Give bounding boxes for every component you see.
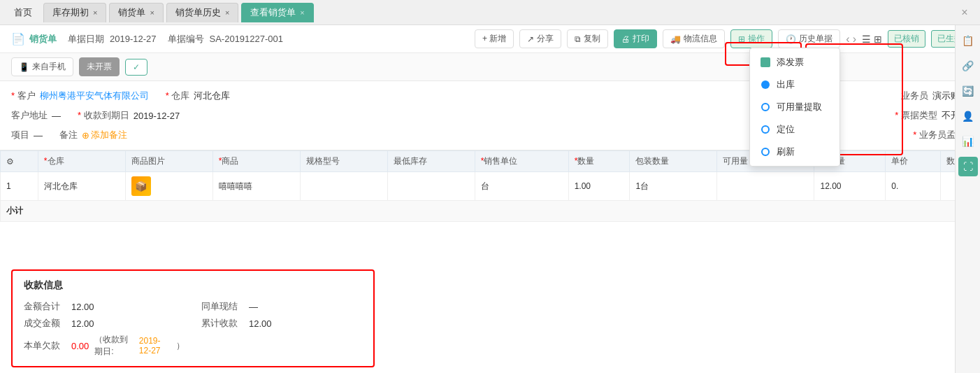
summary-same-settle-row: 同单现结 — <box>201 300 362 313</box>
logistics-button[interactable]: 🚚 物流信息 <box>663 29 725 48</box>
nav-prev-button[interactable]: ‹ <box>846 33 849 45</box>
dropdown-locate-label: 定位 <box>777 123 795 136</box>
tab-view-sales-close[interactable]: × <box>300 8 304 17</box>
print-label: 打印 <box>633 33 649 45</box>
copy-label: 复制 <box>584 33 600 45</box>
window-close-button[interactable]: × <box>955 3 974 22</box>
doc-date-label: 单据日期 2019-12-27 <box>68 33 157 45</box>
view-grid-button[interactable]: ⊞ <box>874 34 882 45</box>
tab-sales-history[interactable]: 销货单历史 × <box>166 3 238 22</box>
not-open-button[interactable]: 未开票 <box>79 57 120 76</box>
dropdown-item-outbound[interactable]: 出库 <box>750 73 840 96</box>
tab-bar: 首页 库存期初 × 销货单 × 销货单历史 × 查看销货单 × × <box>0 0 980 25</box>
cell-unit: 台 <box>475 172 568 201</box>
invoice-type-label: 票据类型 <box>895 109 937 122</box>
sidebar-icon-expand[interactable]: ⛶ <box>958 157 978 176</box>
phone-icon: 📱 <box>19 62 29 72</box>
cell-spec <box>300 172 387 201</box>
outbound-icon <box>760 79 771 90</box>
summary-deal-value: 12.00 <box>71 318 94 329</box>
doc-icon: 📄 <box>11 32 25 45</box>
right-sidebar: 📋 🔗 🔄 👤 📊 ⛶ <box>955 25 980 373</box>
dropdown-outbound-label: 出库 <box>777 78 795 91</box>
tab-home-label: 首页 <box>14 6 32 19</box>
summary-owed-value: 0.00 <box>71 341 89 351</box>
product-thumbnail: 📦 <box>131 176 151 196</box>
cell-min-stock <box>387 172 475 201</box>
summary-col-left: 金额合计 12.00 成交金额 12.00 本单欠款 0.00 （收款到期日: … <box>24 300 185 358</box>
col-settings[interactable]: ⚙ <box>1 151 38 172</box>
sidebar-icon-chart[interactable]: 📊 <box>958 132 978 151</box>
tab-inventory-label: 库存期初 <box>52 6 89 19</box>
summary-col-right: 同单现结 — 累计收款 12.00 <box>201 300 362 358</box>
locate-icon <box>760 124 771 135</box>
product-table-wrap: ⚙ *仓库 商品图片 *商品 规格型号 最低库存 *销售单位 *数量 包装数量 … <box>0 150 980 264</box>
tab-inventory[interactable]: 库存期初 × <box>43 3 106 22</box>
nav-next-button[interactable]: › <box>853 33 856 45</box>
payment-date-value: 2019-12-27 <box>134 111 180 121</box>
address-value: — <box>52 111 61 121</box>
sidebar-icon-user[interactable]: 👤 <box>958 106 978 126</box>
customer-field: 客户 柳州粤港平安气体有限公司 <box>11 90 149 102</box>
add-icon: ⊕ <box>82 130 89 141</box>
dropdown-available-label: 可用量提取 <box>777 101 822 113</box>
col-unit: *销售单位 <box>475 151 568 172</box>
tab-sales-close[interactable]: × <box>150 8 154 17</box>
available-icon <box>760 101 771 113</box>
from-phone-button[interactable]: 📱 来自手机 <box>11 57 73 76</box>
summary-owed-label: 本单欠款 <box>24 339 66 352</box>
cell-seq: 1 <box>1 172 38 201</box>
print-button[interactable]: 🖨 打印 <box>614 29 657 48</box>
tab-inventory-close[interactable]: × <box>93 8 97 17</box>
dropdown-item-refresh[interactable]: 刷新 <box>750 141 840 163</box>
cell-pack: 1台 <box>630 172 717 201</box>
new-button[interactable]: + 新增 <box>475 29 514 48</box>
summary-total-amount-row: 金额合计 12.00 <box>24 300 185 313</box>
subtotal-row: 小计 <box>1 201 980 222</box>
col-price: 单价 <box>886 151 941 172</box>
employee-label: 业务员 <box>901 90 928 102</box>
dropdown-item-locate[interactable]: 定位 <box>750 118 840 141</box>
view-list-button[interactable]: ☰ <box>862 34 871 45</box>
logistics-icon: 🚚 <box>670 34 681 44</box>
project-label: 项目 <box>11 129 29 141</box>
add-note-button[interactable]: ⊕ 添加备注 <box>82 129 127 141</box>
sidebar-icon-refresh[interactable]: 🔄 <box>958 81 978 101</box>
from-phone-label: 来自手机 <box>32 61 66 73</box>
note-field: 备注 ⊕ 添加备注 <box>59 129 127 141</box>
warehouse-field: 仓库 河北仓库 <box>166 90 231 102</box>
status-sold-badge: 已核销 <box>888 30 925 48</box>
operations-button[interactable]: ⊞ 操作 <box>730 29 772 48</box>
refresh-icon <box>760 146 771 157</box>
summary-cumulative-row: 累计收款 12.00 <box>201 317 362 330</box>
print-icon: 🖨 <box>621 34 630 44</box>
note-add-label: 添加备注 <box>91 129 127 141</box>
tab-view-sales[interactable]: 查看销货单 × <box>241 3 313 22</box>
copy-button[interactable]: ⧉ 复制 <box>567 29 608 48</box>
summary-total-label: 金额合计 <box>24 300 66 313</box>
history-icon: 🕐 <box>786 34 796 44</box>
tab-home[interactable]: 首页 <box>6 3 41 22</box>
confirm-button[interactable]: ✓ <box>125 59 147 76</box>
dropdown-item-invoice[interactable]: 添发票 <box>750 51 840 73</box>
tab-sales-label: 销货单 <box>118 6 145 19</box>
summary-box: 收款信息 金额合计 12.00 成交金额 12.00 本单欠款 0.00 （收款… <box>11 269 375 367</box>
doc-type-label: 销货单 <box>29 33 57 45</box>
sidebar-icon-link[interactable]: 🔗 <box>958 56 978 76</box>
product-img-icon: 📦 <box>135 181 147 192</box>
col-warehouse: *仓库 <box>38 151 125 172</box>
tab-sales-history-close[interactable]: × <box>225 8 229 17</box>
doc-number-value: SA-20191227-001 <box>210 34 284 44</box>
tab-sales[interactable]: 销货单 × <box>109 3 163 22</box>
doc-date-value: 2019-12-27 <box>110 34 157 44</box>
history-button[interactable]: 🕐 历史单据 <box>778 29 840 48</box>
payment-date-label: 收款到期日 <box>78 109 129 122</box>
dropdown-item-available[interactable]: 可用量提取 <box>750 96 840 118</box>
col-qty: *数量 <box>568 151 630 172</box>
cell-warehouse: 河北仓库 <box>38 172 125 201</box>
sidebar-icon-doc[interactable]: 📋 <box>958 31 978 50</box>
not-open-label: 未开票 <box>87 61 112 73</box>
share-button[interactable]: ↗ 分享 <box>519 29 561 48</box>
table-row: 1 河北仓库 📦 嘻嘻嘻嘻 台 1.00 1台 <box>1 172 980 201</box>
customer-value[interactable]: 柳州粤港平安气体有限公司 <box>40 90 149 102</box>
